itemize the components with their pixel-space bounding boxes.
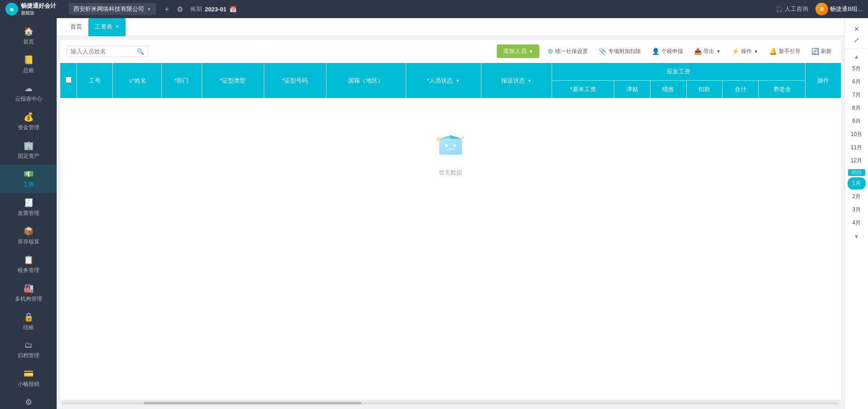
main-layout: 🏠 首页 📒 总账 ☁ 云报表中心 💰 资金管理 🏢 固定资产 💵 工资 🧾 发…: [0, 18, 868, 409]
refresh-label: 刷新: [821, 48, 832, 55]
month-item-2022-06[interactable]: 6月: [848, 76, 866, 88]
refresh-action[interactable]: 🔄 刷新: [809, 46, 834, 57]
search-wrap: 🔍: [67, 46, 148, 57]
calendar-icon[interactable]: 📅: [229, 6, 237, 13]
month-item-2022-05[interactable]: 5月: [848, 63, 866, 75]
sidebar-item-cloud-report[interactable]: ☁ 云报表中心: [0, 79, 57, 107]
sidebar-label-archive: 归档管理: [18, 352, 39, 360]
tab-close-icon[interactable]: ✕: [115, 24, 119, 29]
sidebar-item-close[interactable]: 🔒 结账: [0, 307, 57, 336]
toolbar-right: 添加人员 ▼ ⚙ 统一社保设置 📎 专项附加扣除 👤 个税申报: [497, 44, 834, 58]
export-label: 导出: [703, 48, 714, 55]
sidebar-item-multi-org[interactable]: 🏭 多机构管理: [0, 279, 57, 307]
special-deduction-label: 专项附加扣除: [608, 48, 641, 55]
user-profile[interactable]: B 畅捷通B组...: [815, 3, 863, 15]
sidebar-label-close: 结账: [23, 324, 34, 331]
company-selector[interactable]: 西安虾米网络科技有限公司 ▼: [69, 3, 156, 15]
month-item-2022-12[interactable]: 12月: [848, 155, 866, 167]
th-emp-no: 工号: [77, 63, 113, 98]
scroll-thumb[interactable]: [144, 402, 361, 404]
archive-icon: 🗂: [24, 341, 33, 350]
tab-home[interactable]: 首页: [64, 18, 88, 36]
sidebar-item-fund[interactable]: 💰 资金管理: [0, 107, 57, 136]
empty-state: ⚡ ⚡ 暂无数据: [60, 98, 841, 204]
th-nationality: 国籍（地区）: [326, 63, 406, 98]
sort-icon: ⇅: [129, 78, 132, 83]
ledger-icon: 📒: [24, 55, 34, 65]
username: 畅捷通B组...: [830, 5, 863, 13]
select-all-checkbox[interactable]: [65, 77, 72, 83]
payroll-table: 工号 ⇅*姓名 *部门 *证型类型 *证型号码 国籍（地区） *人员状态 ▼: [60, 63, 841, 98]
special-deduction-icon: 📎: [599, 48, 606, 55]
sidebar-label-tax: 税务管理: [18, 267, 39, 274]
month-item-2022-10[interactable]: 10月: [848, 128, 866, 141]
prev-year-button[interactable]: ▲: [851, 51, 862, 62]
right-panel-expand-button[interactable]: ⤢: [851, 35, 862, 44]
sidebar-item-home[interactable]: 🏠 首页: [0, 22, 57, 50]
social-security-icon: ⚙: [548, 48, 553, 55]
month-item-2022-07[interactable]: 7月: [848, 89, 866, 101]
settings-icon[interactable]: ⚙: [177, 5, 183, 14]
sidebar-item-settings[interactable]: ⚙ 基础设置: [0, 393, 57, 409]
sidebar-label-payroll: 工资: [23, 181, 34, 189]
company-name: 西安虾米网络科技有限公司: [73, 5, 144, 13]
sidebar-item-payroll[interactable]: 💵 工资: [0, 165, 57, 193]
personal-tax-action[interactable]: 👤 个税申报: [649, 46, 686, 57]
multi-org-icon: 🏭: [24, 283, 34, 293]
app-logo: 畅 畅捷通好会计 旗舰版: [5, 2, 60, 16]
sidebar-item-inventory[interactable]: 📦 库存核算: [0, 222, 57, 250]
sidebar-item-archive[interactable]: 🗂 归档管理: [0, 336, 57, 364]
social-security-action[interactable]: ⚙ 统一社保设置: [545, 46, 591, 57]
fixed-assets-icon: 🏢: [24, 141, 34, 151]
report-status-filter-icon[interactable]: ▼: [527, 78, 532, 83]
sidebar-item-invoice[interactable]: 🧾 发票管理: [0, 193, 57, 222]
next-year-button[interactable]: ▼: [851, 231, 862, 242]
month-item-2022-11[interactable]: 11月: [848, 141, 866, 154]
sidebar-item-tax[interactable]: 📋 税务管理: [0, 250, 57, 279]
month-item-2023-02[interactable]: 2月: [848, 190, 866, 203]
month-item-2022-09[interactable]: 9月: [848, 115, 866, 127]
tab-bar: 首页 工资表 ✕: [57, 18, 844, 36]
personal-tax-label: 个税申报: [661, 48, 683, 55]
special-deduction-action[interactable]: 📎 专项附加扣除: [596, 46, 644, 57]
period-label: 账期: [190, 5, 202, 13]
new-guide-action[interactable]: 🔔 新手引导: [766, 46, 803, 57]
service-label: 人工咨询: [785, 5, 808, 13]
sidebar-item-ledger[interactable]: 📒 总账: [0, 50, 57, 79]
search-icon[interactable]: 🔍: [137, 48, 144, 55]
sidebar-item-fixed-assets[interactable]: 🏢 固定资产: [0, 136, 57, 165]
inventory-icon: 📦: [24, 226, 34, 236]
top-bar-actions: ＋ ⚙: [163, 5, 183, 14]
app-edition: 旗舰版: [21, 10, 56, 16]
personal-tax-icon: 👤: [652, 48, 659, 55]
close-book-icon: 🔒: [24, 312, 34, 322]
tax-icon: 📋: [24, 255, 34, 265]
cloud-icon: ☁: [24, 83, 33, 93]
month-item-2022-08[interactable]: 8月: [848, 102, 866, 114]
svg-point-6: [453, 144, 456, 147]
sidebar-item-expense[interactable]: 💳 小畅报销: [0, 364, 57, 393]
add-person-button[interactable]: 添加人员 ▼: [497, 44, 539, 58]
operations-action[interactable]: ⚡ 操作 ▼: [729, 46, 761, 57]
tab-home-label: 首页: [70, 23, 82, 31]
export-icon: 📤: [694, 48, 702, 55]
service-button[interactable]: 🎧 人工咨询: [776, 5, 808, 13]
right-panel-close-button[interactable]: ✕: [851, 24, 862, 34]
search-input[interactable]: [71, 48, 134, 55]
month-item-2023-04[interactable]: 4月: [848, 217, 866, 229]
home-icon: 🏠: [24, 26, 34, 36]
settings-sidebar-icon: ⚙: [25, 397, 32, 407]
month-item-2023-01[interactable]: 1月: [848, 177, 866, 190]
th-name: ⇅*姓名: [113, 63, 162, 98]
sidebar-label-expense: 小畅报销: [18, 380, 39, 388]
svg-rect-2: [439, 139, 462, 155]
scrollbar[interactable]: [60, 400, 841, 405]
export-action[interactable]: 📤 导出 ▼: [691, 46, 723, 57]
th-basic-salary: *基本工资: [552, 81, 614, 98]
person-status-filter-icon[interactable]: ▼: [456, 78, 460, 83]
period-info: 账期 2023-01 📅: [190, 5, 237, 13]
month-item-2023-03[interactable]: 3月: [848, 204, 866, 216]
tab-payroll-table[interactable]: 工资表 ✕: [88, 18, 126, 36]
export-dropdown-icon: ▼: [716, 49, 721, 54]
add-button[interactable]: ＋: [163, 5, 170, 14]
